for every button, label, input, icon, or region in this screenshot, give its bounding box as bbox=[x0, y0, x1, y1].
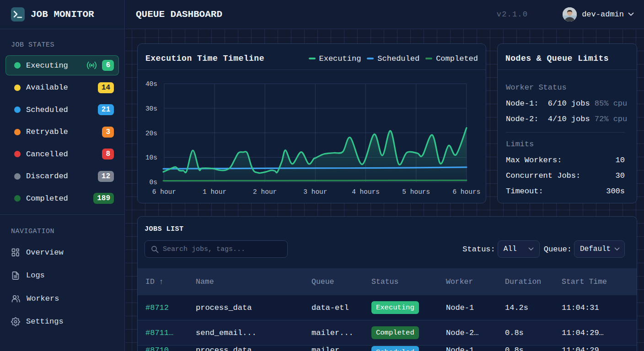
svg-text:6 hours: 6 hours bbox=[452, 188, 480, 196]
svg-text:6 hour: 6 hour bbox=[152, 188, 176, 196]
svg-text:20s: 20s bbox=[145, 130, 157, 137]
svg-text:0s: 0s bbox=[150, 179, 157, 186]
svg-text:3 hour: 3 hour bbox=[303, 188, 327, 196]
svg-text:4 hours: 4 hours bbox=[352, 188, 380, 196]
svg-text:40s: 40s bbox=[145, 80, 157, 88]
svg-text:2 hour: 2 hour bbox=[253, 188, 277, 196]
svg-text:10s: 10s bbox=[145, 154, 157, 161]
svg-text:1 hour: 1 hour bbox=[203, 188, 226, 196]
svg-text:30s: 30s bbox=[145, 105, 157, 112]
svg-text:5 hours: 5 hours bbox=[402, 188, 430, 196]
